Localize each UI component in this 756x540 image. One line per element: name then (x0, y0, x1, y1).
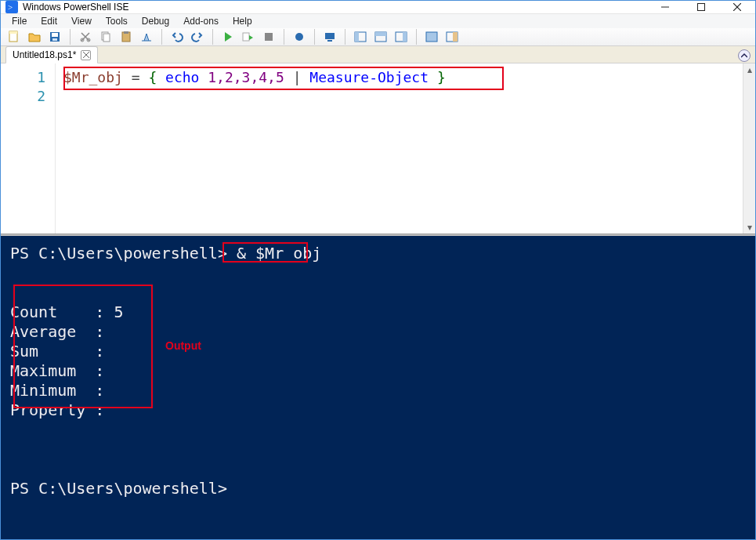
scroll-up-icon[interactable]: ▴ (743, 63, 755, 76)
toolbar-separator (314, 29, 315, 45)
svg-rect-25 (375, 32, 386, 36)
editor-vertical-scrollbar[interactable]: ▴ ▾ (743, 63, 755, 234)
panel-right-icon[interactable] (392, 28, 410, 45)
menu-help[interactable]: Help (226, 14, 259, 28)
script-tab-label: Untitled18.ps1* (13, 49, 76, 60)
run-icon[interactable] (219, 28, 237, 45)
copy-icon[interactable] (97, 28, 114, 45)
code-token-pipe: | (293, 69, 310, 85)
line-number: 2 (1, 87, 45, 106)
code-area[interactable]: $Mr_obj = { echo 1,2,3,4,5 | Measure-Obj… (56, 63, 743, 234)
run-selection-icon[interactable] (240, 28, 257, 45)
toolbar-separator (212, 29, 213, 45)
paste-icon[interactable] (118, 28, 135, 45)
close-button[interactable] (719, 1, 755, 13)
toolbar-separator (161, 29, 162, 45)
tab-strip: Untitled18.ps1* (1, 46, 755, 63)
clear-icon[interactable] (138, 28, 155, 45)
code-token-brace: { (148, 69, 165, 85)
cmd-addon-icon[interactable] (443, 28, 461, 45)
annotation-highlight-command (222, 242, 308, 263)
window-titlebar: > Windows PowerShell ISE (1, 1, 755, 14)
svg-rect-14 (103, 34, 110, 42)
window-controls (647, 1, 755, 13)
svg-rect-7 (9, 31, 17, 34)
remote-icon[interactable] (321, 28, 338, 45)
panel-max-icon[interactable] (423, 28, 440, 45)
panel-left-icon[interactable] (352, 28, 369, 45)
script-editor[interactable]: 1 2 $Mr_obj = { echo 1,2,3,4,5 | Measure… (1, 63, 755, 234)
code-token-command: echo (165, 69, 199, 85)
code-token-args: 1,2,3,4,5 (199, 69, 292, 85)
maximize-button[interactable] (683, 1, 719, 13)
breakpoint-icon[interactable] (291, 28, 308, 45)
annotation-output-label: Output (165, 336, 201, 356)
svg-rect-10 (52, 38, 57, 41)
console-pane[interactable]: PS C:\Users\powershell> & $Mr_obj Count … (1, 236, 755, 540)
code-token-command: Measure-Object (309, 69, 429, 85)
toolbar-separator (284, 29, 284, 45)
svg-rect-27 (403, 32, 407, 42)
redo-icon[interactable] (189, 28, 206, 45)
toolbar-separator (416, 29, 417, 45)
svg-point-19 (295, 33, 303, 41)
script-tab[interactable]: Untitled18.ps1* (5, 46, 98, 63)
open-icon[interactable] (26, 28, 43, 45)
toolbar-separator (70, 29, 71, 45)
new-icon[interactable] (5, 28, 23, 45)
svg-rect-9 (52, 33, 58, 37)
svg-text:>: > (8, 2, 13, 12)
cut-icon[interactable] (77, 28, 94, 45)
console-prompt: PS C:\Users\powershell> (10, 244, 227, 263)
code-token-operator: = (123, 69, 149, 85)
collapse-script-pane-icon[interactable] (738, 49, 751, 62)
window-title: Windows PowerShell ISE (23, 2, 647, 13)
menu-view[interactable]: View (65, 14, 98, 28)
svg-rect-30 (453, 32, 458, 42)
minimize-button[interactable] (647, 1, 683, 13)
svg-rect-23 (355, 32, 359, 42)
code-token-variable: $Mr_obj (63, 69, 123, 85)
save-icon[interactable] (46, 28, 63, 45)
scroll-down-icon[interactable]: ▾ (743, 221, 755, 234)
line-number: 1 (1, 68, 45, 87)
panel-stack-icon[interactable] (372, 28, 389, 45)
stop-icon[interactable] (260, 28, 277, 45)
code-token-brace: } (429, 69, 446, 85)
svg-rect-3 (698, 4, 705, 11)
undo-icon[interactable] (168, 28, 186, 45)
svg-rect-21 (327, 40, 332, 42)
svg-rect-28 (426, 32, 437, 42)
menu-debug[interactable]: Debug (136, 14, 175, 28)
svg-rect-20 (325, 33, 335, 39)
tab-close-icon[interactable] (81, 50, 91, 60)
menu-tools[interactable]: Tools (99, 14, 134, 28)
menu-addons[interactable]: Add-ons (177, 14, 225, 28)
svg-rect-16 (124, 31, 128, 34)
svg-rect-17 (243, 33, 249, 41)
console-prompt: PS C:\Users\powershell> (10, 479, 227, 498)
menu-edit[interactable]: Edit (34, 14, 63, 28)
line-number-gutter: 1 2 (1, 63, 56, 234)
annotation-highlight-output (13, 284, 153, 408)
toolbar-separator (345, 29, 345, 45)
menu-bar: File Edit View Tools Debug Add-ons Help (1, 14, 755, 28)
toolbar (1, 28, 755, 46)
app-icon: > (5, 1, 18, 13)
menu-file[interactable]: File (5, 14, 33, 28)
svg-rect-18 (265, 33, 273, 41)
